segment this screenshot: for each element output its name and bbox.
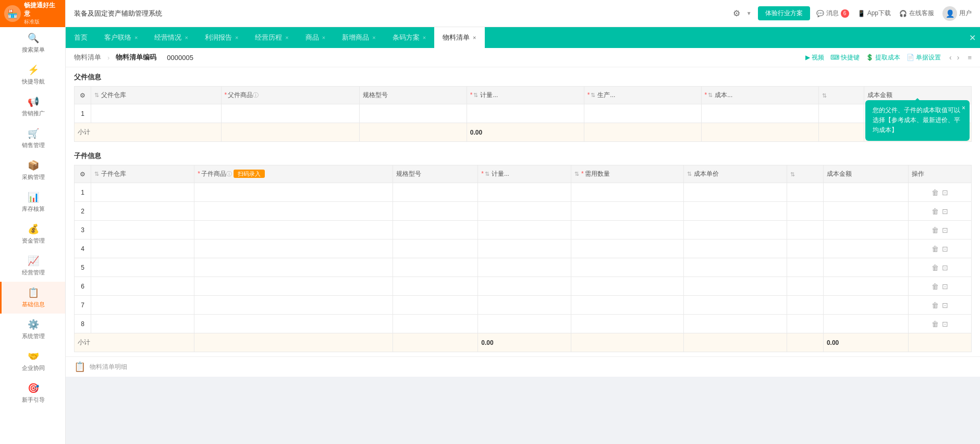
child-row6-spec[interactable] bbox=[393, 277, 477, 296]
tab-customer[interactable]: 客户联络 × bbox=[96, 27, 146, 48]
child-row7-unit[interactable] bbox=[478, 296, 571, 315]
child-row4-unit-price[interactable] bbox=[684, 239, 787, 258]
child-row5-warehouse[interactable] bbox=[91, 258, 194, 277]
copy-icon[interactable]: ⊡ bbox=[942, 207, 948, 215]
child-row6-warehouse[interactable] bbox=[91, 277, 194, 296]
tab-history-close[interactable]: × bbox=[285, 34, 288, 41]
tab-profit-close[interactable]: × bbox=[235, 34, 238, 41]
copy-icon[interactable]: ⊡ bbox=[942, 188, 948, 197]
child-row1-unit[interactable] bbox=[478, 183, 571, 202]
child-row1-warehouse[interactable] bbox=[91, 183, 194, 202]
tab-barcode-close[interactable]: × bbox=[423, 34, 426, 41]
child-row2-goods[interactable] bbox=[194, 202, 393, 221]
child-row6-qty[interactable] bbox=[571, 277, 683, 296]
delete-icon[interactable]: 🗑 bbox=[932, 320, 939, 328]
sidebar-item-quick-nav[interactable]: ⚡ 快捷导航 bbox=[0, 59, 65, 91]
child-row8-warehouse[interactable] bbox=[91, 315, 194, 333]
child-row3-goods[interactable] bbox=[194, 221, 393, 239]
child-row2-warehouse[interactable] bbox=[91, 202, 194, 221]
parent-row1-goods[interactable] bbox=[221, 104, 359, 123]
delete-icon[interactable]: 🗑 bbox=[932, 226, 939, 234]
tab-barcode[interactable]: 条码方案 × bbox=[384, 27, 434, 48]
tab-bom[interactable]: 物料清单 × bbox=[434, 27, 484, 48]
copy-icon[interactable]: ⊡ bbox=[942, 320, 948, 328]
trial-button[interactable]: 体验行业方案 bbox=[758, 6, 810, 20]
sidebar-item-collab[interactable]: 🤝 企业协同 bbox=[0, 345, 65, 377]
child-row5-goods[interactable] bbox=[194, 258, 393, 277]
tab-customer-close[interactable]: × bbox=[134, 34, 138, 41]
sidebar-item-basic-info[interactable]: 📋 基础信息 bbox=[0, 282, 65, 314]
scan-input-btn[interactable]: 扫码录入 bbox=[234, 170, 265, 178]
child-row4-qty[interactable] bbox=[571, 239, 683, 258]
single-setting-btn[interactable]: 📄 单据设置 bbox=[906, 53, 941, 62]
child-row7-unit-price[interactable] bbox=[684, 296, 787, 315]
user-btn[interactable]: 👤 用户 bbox=[942, 6, 972, 21]
sidebar-item-sales[interactable]: 🛒 销售管理 bbox=[0, 123, 65, 154]
tab-history[interactable]: 经营历程 × bbox=[247, 27, 297, 48]
sidebar-item-marketing[interactable]: 📢 营销推广 bbox=[0, 91, 65, 123]
child-row5-qty[interactable] bbox=[571, 258, 683, 277]
child-row2-unit[interactable] bbox=[478, 202, 571, 221]
parent-row1-unit[interactable] bbox=[467, 104, 584, 123]
sidebar-item-operations[interactable]: 📈 经营管理 bbox=[0, 250, 65, 282]
child-row7-qty[interactable] bbox=[571, 296, 683, 315]
parent-row1-spec[interactable] bbox=[359, 104, 467, 123]
child-gear-icon[interactable]: ⚙ bbox=[80, 171, 85, 178]
tab-goods[interactable]: 商品 × bbox=[297, 27, 334, 48]
settings-icon[interactable]: ⚙ bbox=[733, 8, 740, 18]
child-row8-spec[interactable] bbox=[393, 315, 477, 333]
nav-prev[interactable]: ‹ bbox=[947, 52, 954, 63]
child-row6-goods[interactable] bbox=[194, 277, 393, 296]
copy-icon[interactable]: ⊡ bbox=[942, 301, 948, 309]
child-goods-help-icon[interactable]: ⓘ bbox=[226, 171, 232, 177]
parent-goods-help-icon[interactable]: ⓘ bbox=[253, 92, 259, 98]
tab-goods-close[interactable]: × bbox=[322, 34, 325, 41]
tab-new-goods-close[interactable]: × bbox=[372, 34, 375, 41]
child-row6-unit-price[interactable] bbox=[684, 277, 787, 296]
tab-close-all-icon[interactable]: ✕ bbox=[969, 33, 976, 42]
child-row6-unit[interactable] bbox=[478, 277, 571, 296]
copy-icon[interactable]: ⊡ bbox=[942, 282, 948, 291]
child-row3-qty[interactable] bbox=[571, 221, 683, 239]
child-row7-goods[interactable] bbox=[194, 296, 393, 315]
child-row2-unit-price[interactable] bbox=[684, 202, 787, 221]
child-row7-warehouse[interactable] bbox=[91, 296, 194, 315]
child-row2-spec[interactable] bbox=[393, 202, 477, 221]
tab-profit[interactable]: 利润报告 × bbox=[197, 27, 247, 48]
breadcrumb-bom[interactable]: 物料清单 bbox=[74, 53, 101, 62]
parent-row1-cost[interactable] bbox=[701, 104, 818, 123]
shortcut-btn[interactable]: ⌨ 快捷键 bbox=[830, 53, 860, 62]
child-row2-qty[interactable] bbox=[571, 202, 683, 221]
child-row1-spec[interactable] bbox=[393, 183, 477, 202]
child-row8-goods[interactable] bbox=[194, 315, 393, 333]
parent-row1-warehouse[interactable] bbox=[91, 104, 222, 123]
tab-bom-close[interactable]: × bbox=[473, 34, 476, 41]
child-row1-qty[interactable] bbox=[571, 183, 683, 202]
child-row5-unit-price[interactable] bbox=[684, 258, 787, 277]
tab-home[interactable]: 首页 bbox=[66, 27, 96, 48]
sidebar-item-guide[interactable]: 🎯 新手引导 bbox=[0, 377, 65, 409]
view-video-btn[interactable]: ▶ 视频 bbox=[805, 53, 824, 62]
child-row4-warehouse[interactable] bbox=[91, 239, 194, 258]
copy-icon[interactable]: ⊡ bbox=[942, 245, 948, 253]
online-service-btn[interactable]: 🎧 在线客服 bbox=[899, 9, 934, 18]
child-row4-spec[interactable] bbox=[393, 239, 477, 258]
system-dropdown-arrow[interactable]: ▼ bbox=[746, 10, 752, 16]
tooltip-close-btn[interactable]: × bbox=[962, 103, 965, 113]
child-row3-unit-price[interactable] bbox=[684, 221, 787, 239]
sidebar-item-purchase[interactable]: 📦 采购管理 bbox=[0, 154, 65, 186]
delete-icon[interactable]: 🗑 bbox=[932, 282, 939, 291]
tab-operations[interactable]: 经营情况 × bbox=[146, 27, 196, 48]
sidebar-item-finance[interactable]: 💰 资金管理 bbox=[0, 218, 65, 250]
gear-settings-icon[interactable]: ⚙ bbox=[80, 92, 85, 99]
tab-new-goods[interactable]: 新增商品 × bbox=[334, 27, 384, 48]
extract-cost-btn[interactable]: 💲 提取成本 bbox=[866, 53, 900, 62]
child-row1-goods[interactable] bbox=[194, 183, 393, 202]
sidebar-item-inventory[interactable]: 📊 库存核算 bbox=[0, 186, 65, 218]
child-row8-unit-price[interactable] bbox=[684, 315, 787, 333]
app-download-btn[interactable]: 📱 App下载 bbox=[858, 9, 891, 18]
menu-icon[interactable]: ≡ bbox=[967, 54, 972, 62]
parent-row1-production[interactable] bbox=[584, 104, 701, 123]
child-row1-unit-price[interactable] bbox=[684, 183, 787, 202]
child-row8-unit[interactable] bbox=[478, 315, 571, 333]
